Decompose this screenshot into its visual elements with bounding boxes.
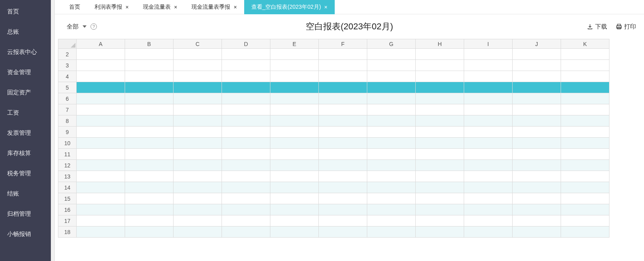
cell[interactable] — [319, 182, 367, 193]
close-icon[interactable]: × — [125, 4, 129, 10]
row-header[interactable]: 15 — [58, 193, 77, 204]
sidebar-item-cloud-report[interactable]: 云报表中心 — [0, 42, 51, 62]
cell[interactable] — [367, 149, 416, 160]
cell[interactable] — [270, 226, 319, 238]
cell[interactable] — [513, 60, 561, 71]
cell[interactable] — [222, 93, 270, 104]
cell[interactable] — [513, 193, 561, 204]
cell[interactable] — [270, 171, 319, 182]
cell[interactable] — [319, 60, 367, 71]
cell[interactable] — [416, 127, 464, 138]
cell[interactable] — [222, 138, 270, 149]
cell[interactable] — [222, 71, 270, 82]
cell[interactable] — [561, 49, 609, 60]
column-header[interactable]: J — [513, 39, 561, 49]
cell[interactable] — [125, 60, 174, 71]
sidebar-item-inventory[interactable]: 库存核算 — [0, 143, 51, 163]
select-all-corner[interactable] — [58, 39, 77, 49]
cell[interactable] — [416, 93, 464, 104]
cell[interactable] — [367, 138, 416, 149]
column-header[interactable]: B — [125, 39, 174, 49]
cell[interactable] — [319, 204, 367, 215]
cell[interactable] — [222, 204, 270, 215]
sidebar-item-fund-management[interactable]: 资金管理 — [0, 62, 51, 83]
sidebar-item-expense[interactable]: 小畅报销 — [0, 224, 51, 244]
cell[interactable] — [270, 215, 319, 226]
cell[interactable] — [464, 71, 513, 82]
column-header[interactable]: G — [367, 39, 416, 49]
cell[interactable] — [513, 226, 561, 238]
cell[interactable] — [319, 215, 367, 226]
cell[interactable] — [222, 160, 270, 171]
cell[interactable] — [270, 193, 319, 204]
cell[interactable] — [464, 215, 513, 226]
cell[interactable] — [125, 193, 174, 204]
cell[interactable] — [270, 182, 319, 193]
cell[interactable] — [222, 115, 270, 127]
row-header[interactable]: 13 — [58, 171, 77, 182]
cell[interactable] — [319, 71, 367, 82]
cell[interactable] — [125, 115, 174, 127]
cell[interactable] — [416, 226, 464, 238]
cell[interactable] — [125, 160, 174, 171]
cell[interactable] — [464, 127, 513, 138]
cell[interactable] — [125, 182, 174, 193]
cell[interactable] — [367, 93, 416, 104]
tab-view-blank-report[interactable]: 查看_空白报表(2023年02月) × — [244, 0, 335, 14]
cell[interactable] — [319, 171, 367, 182]
row-header[interactable]: 11 — [58, 149, 77, 160]
cell[interactable] — [416, 160, 464, 171]
sidebar-item-archive[interactable]: 归档管理 — [0, 204, 51, 224]
cell[interactable] — [416, 193, 464, 204]
cell[interactable] — [222, 127, 270, 138]
cell[interactable] — [513, 127, 561, 138]
cell[interactable] — [513, 93, 561, 104]
tab-home[interactable]: 首页 — [62, 0, 87, 14]
cell[interactable] — [367, 71, 416, 82]
cell[interactable] — [416, 215, 464, 226]
cell[interactable] — [319, 226, 367, 238]
cell[interactable] — [464, 193, 513, 204]
row-header[interactable]: 2 — [58, 49, 77, 60]
cell[interactable] — [125, 71, 174, 82]
cell[interactable] — [222, 60, 270, 71]
cell[interactable] — [367, 171, 416, 182]
close-icon[interactable]: × — [324, 4, 327, 10]
cell[interactable] — [513, 115, 561, 127]
print-button[interactable]: 打印 — [616, 23, 636, 31]
cell[interactable] — [270, 138, 319, 149]
cell[interactable] — [561, 171, 609, 182]
cell[interactable] — [561, 193, 609, 204]
row-header[interactable]: 4 — [58, 71, 77, 82]
row-header[interactable]: 9 — [58, 127, 77, 138]
cell[interactable] — [222, 226, 270, 238]
cell[interactable] — [367, 115, 416, 127]
cell[interactable] — [174, 115, 222, 127]
cell[interactable] — [222, 82, 270, 93]
row-header[interactable]: 5 — [58, 82, 77, 93]
cell[interactable] — [416, 182, 464, 193]
cell[interactable] — [77, 149, 125, 160]
cell[interactable] — [464, 182, 513, 193]
cell[interactable] — [174, 226, 222, 238]
cell[interactable] — [319, 82, 367, 93]
sidebar-item-home[interactable]: 首页 — [0, 2, 51, 22]
cell[interactable] — [561, 93, 609, 104]
cell[interactable] — [174, 71, 222, 82]
download-button[interactable]: 下载 — [587, 23, 607, 31]
column-header[interactable]: H — [416, 39, 464, 49]
cell[interactable] — [561, 60, 609, 71]
cell[interactable] — [416, 138, 464, 149]
cell[interactable] — [367, 49, 416, 60]
cell[interactable] — [174, 138, 222, 149]
cell[interactable] — [367, 104, 416, 115]
cell[interactable] — [561, 115, 609, 127]
cell[interactable] — [270, 160, 319, 171]
cell[interactable] — [174, 149, 222, 160]
cell[interactable] — [125, 104, 174, 115]
cell[interactable] — [464, 93, 513, 104]
cell[interactable] — [561, 226, 609, 238]
cell[interactable] — [270, 71, 319, 82]
cell[interactable] — [464, 82, 513, 93]
column-header[interactable]: D — [222, 39, 270, 49]
